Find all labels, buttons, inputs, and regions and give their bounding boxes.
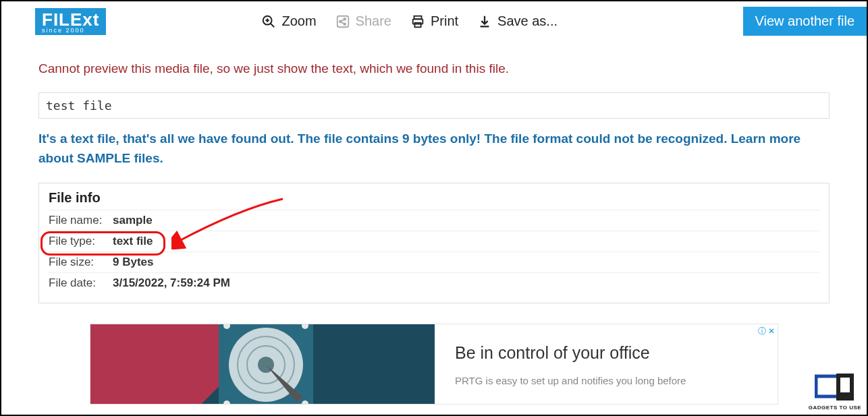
content: Cannot preview this media file, so we ju… xyxy=(1,41,867,405)
svg-line-1 xyxy=(271,23,275,27)
print-icon xyxy=(410,14,425,29)
watermark-logo-icon xyxy=(815,372,855,402)
view-another-file-button[interactable]: View another file xyxy=(743,7,867,36)
table-row: File name:sample xyxy=(49,210,819,231)
print-button[interactable]: Print xyxy=(410,13,458,29)
disk-icon xyxy=(212,324,320,405)
file-info-panel: File info File name:sample File type:tex… xyxy=(38,183,830,303)
watermark-text: GADGETS TO USE xyxy=(807,405,863,411)
download-icon xyxy=(477,14,492,29)
file-type-label: File type: xyxy=(49,231,113,252)
logo[interactable]: FILExt since 2000 xyxy=(35,8,106,35)
preview-warning: Cannot preview this media file, so we ju… xyxy=(38,61,830,76)
ad-banner[interactable]: Be in control of your office PRTG is eas… xyxy=(90,324,778,405)
sample-files-link[interactable]: SAMPLE files xyxy=(77,151,159,165)
svg-line-9 xyxy=(341,22,344,23)
file-size-value: 9 Bytes xyxy=(113,252,819,273)
file-info-table: File name:sample File type:text file Fil… xyxy=(49,210,819,293)
file-name-label: File name: xyxy=(49,210,113,231)
ad-info-icon[interactable]: ⓘ ✕ xyxy=(758,326,775,337)
file-size-label: File size: xyxy=(49,252,113,273)
file-content-box: test file xyxy=(38,92,830,119)
table-row: File size:9 Bytes xyxy=(49,252,819,273)
share-button: Share xyxy=(335,13,391,29)
svg-line-8 xyxy=(341,19,344,20)
ad-subtext: PRTG is easy to set up and notifies you … xyxy=(455,375,757,386)
file-info-title: File info xyxy=(49,190,819,210)
zoom-icon xyxy=(261,14,276,29)
zoom-button[interactable]: Zoom xyxy=(261,13,316,29)
svg-rect-27 xyxy=(840,378,850,392)
toolbar: FILExt since 2000 Zoom Share Print Save … xyxy=(1,1,867,41)
save-as-label: Save as... xyxy=(497,13,558,29)
share-icon xyxy=(335,14,350,29)
ad-image xyxy=(90,324,435,404)
toolbar-center: Zoom Share Print Save as... xyxy=(261,13,558,29)
share-label: Share xyxy=(356,13,391,29)
analysis-text: It's a text file, that's all we have fou… xyxy=(38,129,830,168)
save-as-button[interactable]: Save as... xyxy=(477,13,558,29)
file-date-value: 3/15/2022, 7:59:24 PM xyxy=(113,273,819,294)
print-label: Print xyxy=(431,13,458,29)
watermark: GADGETS TO USE xyxy=(807,372,863,411)
table-row: File type:text file xyxy=(49,231,819,252)
ad-text: Be in control of your office PRTG is eas… xyxy=(435,324,778,404)
analysis-suffix: . xyxy=(159,151,163,165)
file-type-value: text file xyxy=(113,231,819,252)
table-row: File date:3/15/2022, 7:59:24 PM xyxy=(49,273,819,294)
zoom-label: Zoom xyxy=(281,13,316,29)
file-date-label: File date: xyxy=(49,273,113,294)
ad-headline: Be in control of your office xyxy=(455,343,757,363)
file-name-value: sample xyxy=(113,210,819,231)
